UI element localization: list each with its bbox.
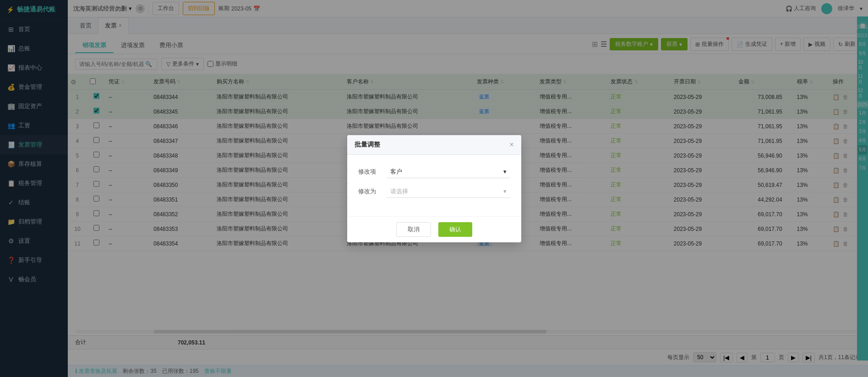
field-value: 客户 — [390, 168, 402, 176]
form-row-field: 修改项 客户 ▾ — [358, 166, 510, 178]
modal-body: 修改项 客户 ▾ 修改为 请选择 ▾ — [347, 155, 521, 216]
modal-title: 批量调整 — [355, 141, 380, 149]
cancel-btn[interactable]: 取消 — [396, 222, 431, 237]
modal-close-btn[interactable]: × — [509, 141, 513, 149]
form-row-value: 修改为 请选择 ▾ — [358, 186, 510, 198]
modal-overlay[interactable]: 批量调整 × 修改项 客户 ▾ 修改为 请选择 ▾ 取消 确认 — [0, 0, 868, 377]
modal-footer: 取消 确认 — [347, 216, 521, 242]
field-select[interactable]: 客户 ▾ — [387, 166, 510, 178]
value-placeholder: 请选择 — [390, 187, 408, 196]
value-select[interactable]: 请选择 ▾ — [387, 186, 510, 198]
confirm-btn[interactable]: 确认 — [438, 222, 472, 237]
modal-header: 批量调整 × — [347, 135, 521, 155]
value-label: 修改为 — [358, 187, 381, 196]
field-label: 修改项 — [358, 168, 381, 176]
field-dropdown-icon: ▾ — [503, 168, 507, 175]
batch-adjust-modal: 批量调整 × 修改项 客户 ▾ 修改为 请选择 ▾ 取消 确认 — [347, 135, 521, 242]
value-dropdown-icon: ▾ — [503, 188, 507, 195]
